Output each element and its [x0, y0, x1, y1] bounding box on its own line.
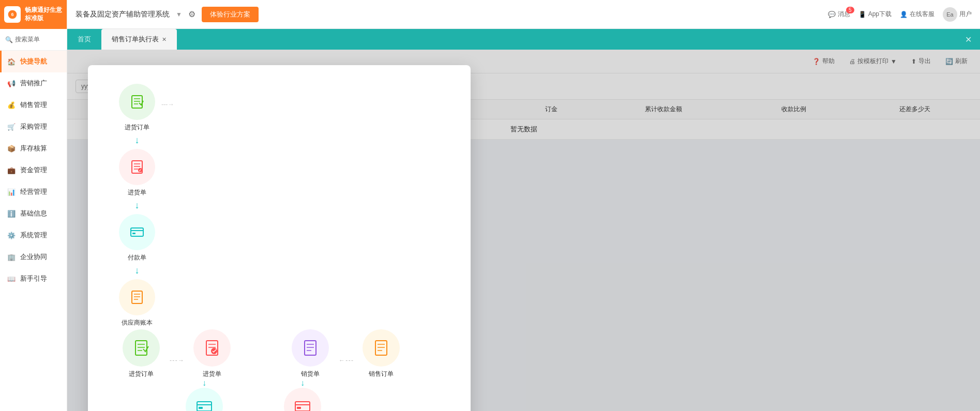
down-arrow-purchase: ↓ — [176, 378, 233, 388]
service-icon: 👤 — [900, 11, 908, 18]
svg-rect-2 — [132, 96, 142, 108]
node-sale-order[interactable]: 销售订单 — [353, 329, 410, 378]
logo-icon: 6 — [4, 6, 21, 23]
tab-home[interactable]: 首页 — [67, 29, 101, 50]
avatar: Ea — [943, 7, 957, 22]
arrow-down-1: ↓ — [135, 135, 140, 146]
svg-rect-31 — [375, 341, 387, 355]
sidebar-item-marketing[interactable]: 📢 营销推广 — [0, 72, 67, 94]
spacer-2c — [233, 378, 274, 388]
purchase-bill-circle — [193, 329, 231, 367]
modal-body: 进货订单 ↓ ✓ 进货单 — [88, 65, 471, 411]
experience-btn[interactable]: 体验行业方案 — [202, 7, 259, 22]
supplier-ledger-icon — [119, 279, 155, 315]
gear-icon[interactable]: ⚙ — [188, 9, 195, 19]
enterprise-icon: 🏢 — [7, 252, 16, 262]
flow-supplier-ledger[interactable]: 供应商账本 — [113, 277, 161, 329]
logo-text: 畅康通好生意 标准版 — [25, 6, 62, 22]
node-sale-bill[interactable]: 销货单 — [282, 329, 339, 378]
guide-icon: 📖 — [7, 274, 16, 283]
node-purchase-order-label: 进货订单 — [129, 370, 154, 378]
sidebar-item-enterprise[interactable]: 🏢 企业协同 — [0, 246, 67, 268]
sidebar: 6 畅康通好生意 标准版 🔍 搜索菜单 🏠 快捷导航 📢 营销推广 � — [0, 0, 67, 411]
node-purchase-bill[interactable]: 进货单 — [184, 329, 240, 378]
marketing-icon: 📢 — [7, 79, 16, 88]
svg-rect-37 — [199, 407, 203, 409]
sidebar-item-purchase[interactable]: 🛒 采购管理 — [0, 116, 67, 138]
payment-circle — [186, 388, 223, 411]
sales-icon: 💰 — [7, 100, 16, 110]
modal-dialog: 进货订单 ↓ ✓ 进货单 — [88, 65, 471, 411]
base-info-icon: ℹ️ — [7, 209, 16, 218]
sidebar-item-inventory[interactable]: 📦 库存核算 — [0, 138, 67, 159]
down-arrow-sale: ↓ — [274, 378, 331, 388]
tab-close-icon[interactable]: ✕ — [162, 36, 167, 43]
node-sale-bill-label: 销货单 — [301, 370, 320, 378]
svg-rect-14 — [132, 233, 135, 234]
tab-close-right-icon[interactable]: ✕ — [957, 35, 980, 44]
svg-rect-27 — [305, 341, 316, 355]
sidebar-item-system[interactable]: ⚙️ 系统管理 — [0, 224, 67, 246]
node-sale-order-label: 销售订单 — [369, 370, 394, 378]
svg-rect-15 — [132, 291, 142, 303]
node-purchase-bill-label: 进货单 — [203, 370, 221, 378]
topbar: 装备及固定资产辅助管理系统 ▼ ⚙ 体验行业方案 💬 消息 5 📱 App下载 … — [67, 0, 980, 29]
flow-row3: 付款单 收款单 — [113, 388, 446, 411]
flow-row2-arrows: ↓ ↓ — [113, 378, 446, 388]
sidebar-item-sales[interactable]: 💰 销售管理 — [0, 94, 67, 116]
flow-purchase-order[interactable]: 进货订单 — [113, 82, 161, 134]
operation-icon: 📊 — [7, 187, 16, 196]
svg-rect-40 — [297, 407, 301, 409]
sidebar-item-operation[interactable]: 📊 经营管理 — [0, 181, 67, 203]
payment-label: 付款单 — [128, 253, 146, 262]
logo-area: 6 畅康通好生意 标准版 — [0, 0, 67, 29]
sidebar-item-quick-nav[interactable]: 🏠 快捷导航 — [0, 51, 67, 72]
purchase-order-circle — [123, 329, 160, 367]
content-area: ❓ 帮助 🖨 按模板打印 ▼ ⬆ 导出 🔄 刷新 — [67, 50, 980, 411]
flow-purchase-bill[interactable]: ✓ 进货单 — [113, 147, 161, 199]
sidebar-item-finance[interactable]: 💼 资金管理 — [0, 159, 67, 181]
arrow-down-2: ↓ — [135, 200, 140, 211]
dashed-h-arrow-1: - - - → — [170, 357, 184, 378]
purchase-icon: 🛒 — [7, 122, 16, 131]
sidebar-item-base-info[interactable]: ℹ️ 基础信息 — [0, 203, 67, 224]
search-menu-area[interactable]: 🔍 搜索菜单 — [0, 29, 67, 51]
dashed-h-arrow-2: ← - - - — [339, 357, 353, 378]
flow-chart: 进货订单 ↓ ✓ 进货单 — [113, 82, 446, 329]
left-col: 进货订单 ↓ ✓ 进货单 — [113, 82, 161, 329]
purchase-order-icon — [119, 84, 155, 120]
spacer-2b — [170, 378, 176, 388]
payment-icon — [119, 214, 155, 250]
system-name: 装备及固定资产辅助管理系统 — [76, 10, 170, 19]
svg-rect-38 — [295, 402, 310, 411]
app-download-item[interactable]: 📱 App下载 — [858, 10, 892, 19]
supplier-ledger-label: 供应商账本 — [122, 318, 153, 327]
main-area: 装备及固定资产辅助管理系统 ▼ ⚙ 体验行业方案 💬 消息 5 📱 App下载 … — [67, 0, 980, 411]
svg-text:6: 6 — [11, 12, 13, 17]
dropdown-arrow-icon: ▼ — [176, 11, 182, 18]
user-item[interactable]: Ea 用户 — [943, 7, 972, 22]
online-service-item[interactable]: 👤 在线客服 — [900, 10, 934, 19]
node-purchase-order[interactable]: 进货订单 — [113, 329, 170, 378]
sale-bill-circle — [292, 329, 329, 367]
search-menu-button[interactable]: 🔍 搜索菜单 — [4, 33, 63, 46]
tabbar: 首页 销售订单执行表 ✕ ✕ — [67, 29, 980, 50]
node-receipt[interactable]: 收款单 — [274, 388, 331, 411]
h-arrow-area-1: - - - → — [161, 82, 173, 108]
purchase-bill-icon: ✓ — [119, 149, 155, 185]
flow-payment[interactable]: 付款单 — [113, 212, 161, 264]
svg-rect-19 — [135, 341, 147, 355]
svg-rect-12 — [131, 228, 143, 236]
node-payment[interactable]: 付款单 — [176, 388, 233, 411]
message-badge: 5 — [846, 7, 854, 13]
sidebar-nav: 🏠 快捷导航 📢 营销推广 💰 销售管理 🛒 采购管理 📦 库存核算 💼 — [0, 51, 67, 411]
modal-overlay: 进货订单 ↓ ✓ 进货单 — [67, 50, 980, 411]
dashed-arrow-right-1: - - - → — [161, 97, 173, 108]
search-icon: 🔍 — [5, 36, 13, 43]
flow-row1: 进货订单 - - - → 进货单 — [113, 329, 446, 378]
spacer-2a — [113, 378, 170, 388]
sidebar-item-guide[interactable]: 📖 新手引导 — [0, 268, 67, 290]
tab-sales-order[interactable]: 销售订单执行表 ✕ — [101, 29, 177, 50]
arrow-down-3: ↓ — [135, 265, 140, 276]
message-item[interactable]: 💬 消息 5 — [828, 10, 850, 19]
